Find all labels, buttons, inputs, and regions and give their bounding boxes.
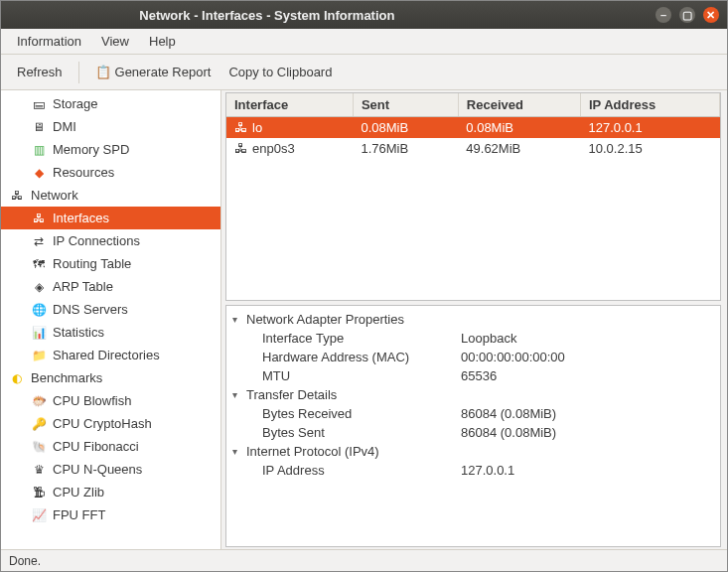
col-received[interactable]: Received bbox=[458, 93, 580, 117]
cpu-fibonacci-icon: 🐚 bbox=[31, 439, 47, 455]
tree-expander-icon[interactable]: ▾ bbox=[1, 372, 3, 384]
cell-ip: 127.0.0.1 bbox=[580, 117, 719, 139]
fpu-fft-icon: 📈 bbox=[31, 507, 47, 523]
sidebar-item-cpu-n-queens[interactable]: ♛CPU N-Queens bbox=[1, 458, 220, 481]
table-row[interactable]: 🖧lo0.08MiB0.08MiB127.0.0.1 bbox=[226, 117, 720, 139]
details-key: MTU bbox=[262, 368, 461, 383]
sidebar-item-dmi[interactable]: 🖥DMI bbox=[1, 115, 220, 138]
sidebar-item-label: FPU FFT bbox=[53, 507, 105, 522]
maximize-button[interactable]: ▢ bbox=[679, 7, 695, 23]
sidebar-item-fpu-fft[interactable]: 📈FPU FFT bbox=[1, 503, 220, 526]
sidebar-item-statistics[interactable]: 📊Statistics bbox=[1, 321, 220, 344]
details-key: IP Address bbox=[262, 463, 461, 478]
sidebar-item-cpu-fibonacci[interactable]: 🐚CPU Fibonacci bbox=[1, 435, 220, 458]
details-value: 86084 (0.08MiB) bbox=[461, 406, 556, 421]
sidebar-item-shared-directories[interactable]: 📁Shared Directories bbox=[1, 344, 220, 366]
details-key: Bytes Received bbox=[262, 406, 461, 421]
toolbar-separator bbox=[78, 62, 79, 83]
close-button[interactable]: ✕ bbox=[703, 7, 719, 23]
minimize-button[interactable]: – bbox=[655, 7, 671, 23]
interface-icon: 🖧 bbox=[234, 141, 248, 156]
details-row: IP Address127.0.0.1 bbox=[232, 461, 714, 480]
sidebar-item-label: DNS Servers bbox=[53, 302, 128, 317]
menu-view[interactable]: View bbox=[93, 30, 137, 53]
generate-report-button[interactable]: 📋 Generate Report bbox=[89, 61, 218, 83]
sidebar-item-label: Network bbox=[31, 188, 78, 203]
sidebar-tree[interactable]: 🖴Storage🖥DMI▥Memory SPD◆Resources▾🖧Netwo… bbox=[1, 90, 221, 549]
sidebar-item-storage[interactable]: 🖴Storage bbox=[1, 92, 220, 115]
cpu-zlib-icon: 🗜 bbox=[31, 485, 47, 500]
menu-help[interactable]: Help bbox=[141, 30, 184, 53]
sidebar-item-label: CPU Fibonacci bbox=[53, 439, 139, 454]
col-interface[interactable]: Interface bbox=[226, 93, 353, 117]
sidebar-item-dns-servers[interactable]: 🌐DNS Servers bbox=[1, 298, 220, 321]
main-split: 🖴Storage🖥DMI▥Memory SPD◆Resources▾🖧Netwo… bbox=[1, 90, 727, 549]
sidebar-item-label: Benchmarks bbox=[31, 370, 102, 385]
details-group-title: Internet Protocol (IPv4) bbox=[246, 444, 379, 459]
statistics-icon: 📊 bbox=[31, 325, 47, 341]
copy-clipboard-label: Copy to Clipboard bbox=[228, 65, 332, 79]
details-group-header[interactable]: ▾Internet Protocol (IPv4) bbox=[232, 444, 714, 459]
col-sent[interactable]: Sent bbox=[353, 93, 458, 117]
details-group-header[interactable]: ▾Transfer Details bbox=[232, 387, 714, 402]
storage-icon: 🖴 bbox=[31, 96, 47, 112]
resources-icon: ◆ bbox=[31, 165, 47, 181]
sidebar-item-label: DMI bbox=[53, 119, 76, 134]
report-icon: 📋 bbox=[95, 65, 111, 79]
cpu-cryptohash-icon: 🔑 bbox=[31, 416, 47, 432]
sidebar-item-cpu-zlib[interactable]: 🗜CPU Zlib bbox=[1, 481, 220, 503]
cell-received: 0.08MiB bbox=[458, 117, 580, 139]
details-row: Interface TypeLoopback bbox=[232, 329, 714, 348]
cpu-n-queens-icon: ♛ bbox=[31, 462, 47, 478]
sidebar-item-ip-connections[interactable]: ⇄IP Connections bbox=[1, 229, 220, 252]
sidebar-item-label: Shared Directories bbox=[53, 348, 160, 362]
ip-connections-icon: ⇄ bbox=[31, 233, 47, 249]
sidebar-item-benchmarks[interactable]: ▾◐Benchmarks bbox=[1, 366, 220, 389]
details-group-title: Network Adapter Properties bbox=[246, 312, 404, 327]
copy-clipboard-button[interactable]: Copy to Clipboard bbox=[222, 61, 338, 83]
benchmarks-icon: ◐ bbox=[9, 370, 25, 386]
sidebar-item-interfaces[interactable]: 🖧Interfaces bbox=[1, 207, 220, 229]
interfaces-table: Interface Sent Received IP Address 🖧lo0.… bbox=[226, 93, 720, 159]
collapse-arrow-icon: ▾ bbox=[232, 314, 246, 325]
cell-received: 49.62MiB bbox=[458, 138, 580, 159]
refresh-button[interactable]: Refresh bbox=[11, 61, 69, 83]
menubar: Information View Help bbox=[1, 29, 727, 55]
details-value: 127.0.0.1 bbox=[461, 463, 514, 478]
interfaces-table-wrap: Interface Sent Received IP Address 🖧lo0.… bbox=[225, 92, 721, 301]
interface-icon: 🖧 bbox=[234, 120, 248, 135]
cpu-blowfish-icon: 🐡 bbox=[31, 393, 47, 409]
sidebar-item-network[interactable]: ▾🖧Network bbox=[1, 184, 220, 207]
details-group-header[interactable]: ▾Network Adapter Properties bbox=[232, 312, 714, 327]
sidebar-item-label: Routing Table bbox=[53, 256, 131, 271]
routing-table-icon: 🗺 bbox=[31, 256, 47, 272]
details-row: Bytes Sent86084 (0.08MiB) bbox=[232, 423, 714, 442]
dmi-icon: 🖥 bbox=[31, 119, 47, 135]
sidebar-item-routing-table[interactable]: 🗺Routing Table bbox=[1, 252, 220, 275]
sidebar-item-label: Memory SPD bbox=[53, 142, 129, 157]
memory-spd-icon: ▥ bbox=[31, 142, 47, 158]
sidebar-item-cpu-cryptohash[interactable]: 🔑CPU CryptoHash bbox=[1, 412, 220, 435]
sidebar-item-resources[interactable]: ◆Resources bbox=[1, 161, 220, 184]
shared-directories-icon: 📁 bbox=[31, 348, 47, 363]
tree-expander-icon[interactable]: ▾ bbox=[1, 190, 3, 202]
details-value: 65536 bbox=[461, 368, 497, 383]
sidebar-item-label: ARP Table bbox=[53, 279, 113, 294]
details-row: MTU65536 bbox=[232, 366, 714, 385]
sidebar-item-memory-spd[interactable]: ▥Memory SPD bbox=[1, 138, 220, 161]
table-row[interactable]: 🖧enp0s31.76MiB49.62MiB10.0.2.15 bbox=[226, 138, 720, 159]
details-panel: ▾Network Adapter PropertiesInterface Typ… bbox=[225, 305, 721, 547]
menu-information[interactable]: Information bbox=[9, 30, 89, 53]
cell-ip: 10.0.2.15 bbox=[580, 138, 719, 159]
generate-report-label: Generate Report bbox=[115, 65, 212, 79]
details-group-title: Transfer Details bbox=[246, 387, 337, 402]
sidebar-item-label: Interfaces bbox=[53, 211, 109, 225]
sidebar-item-arp-table[interactable]: ◈ARP Table bbox=[1, 275, 220, 298]
collapse-arrow-icon: ▾ bbox=[232, 446, 246, 457]
sidebar-item-cpu-blowfish[interactable]: 🐡CPU Blowfish bbox=[1, 389, 220, 412]
col-ip[interactable]: IP Address bbox=[580, 93, 719, 117]
sidebar-item-label: CPU CryptoHash bbox=[53, 416, 152, 431]
status-text: Done. bbox=[9, 554, 41, 568]
sidebar-item-label: Statistics bbox=[53, 325, 104, 340]
sidebar-item-label: Storage bbox=[53, 96, 98, 111]
